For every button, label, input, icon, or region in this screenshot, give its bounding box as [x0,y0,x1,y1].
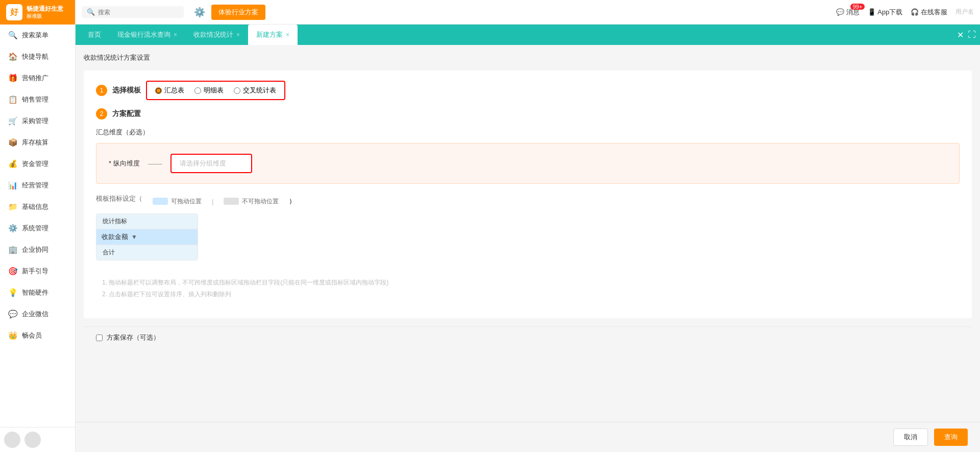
tab-bank-flow-close[interactable]: × [174,31,177,38]
legend-close-paren: ） [289,197,296,206]
indicator-section-label: 模板指标设定（ [96,194,142,203]
indicator-section: 模板指标设定（ 可拖动位置 | 不可拖动位置 ） [96,194,960,262]
sidebar-item-member[interactable]: 👑 畅会员 [0,325,75,346]
search-input[interactable] [98,9,169,16]
topbar: 🔍 ⚙️ 体验行业方案 💬 消息 99+ 📱 App下载 🎧 在线客服 用户名 [76,0,980,25]
legend-fixed-label: 不可拖动位置 [242,197,279,206]
tips-1: 1. 拖动标题栏可以调整布局，不可跨维度或指标区域拖动栏目字段(只能在同一维度或… [102,278,953,287]
sidebar-item-label: 快捷导航 [22,52,48,61]
sidebar-item-label: 采购管理 [22,116,48,126]
sidebar-item-label: 畅会员 [22,331,42,340]
sidebar-item-inventory[interactable]: 📦 库存核算 [0,132,75,153]
sidebar-item-smart-hw[interactable]: 💡 智能硬件 [0,282,75,303]
radio-detail[interactable]: 明细表 [194,86,224,95]
sidebar-item-label: 销售管理 [22,95,48,104]
radio-detail-input[interactable] [194,87,201,94]
system-icon: ⚙️ [8,224,18,233]
stats-sum-row: 合计 [96,245,198,260]
notice-icon: 💬 [836,8,844,16]
sidebar-item-operation[interactable]: 📊 经营管理 [0,175,75,196]
enterprise-icon: 🏢 [8,245,18,254]
sidebar-item-quick-nav[interactable]: 🏠 快捷导航 [0,46,75,67]
sidebar-item-wechat[interactable]: 💬 企业微信 [0,303,75,325]
logo-icon: 好 [6,4,22,20]
tab-bank-flow[interactable]: 现金银行流水查询 × [109,25,185,45]
sidebar-logo: 好 畅捷通好生意 标准版 [0,0,75,25]
sidebar-item-label: 经营管理 [22,181,48,190]
cancel-button[interactable]: 取消 [893,429,928,446]
sidebar-bottom [0,427,75,452]
newbie-icon: 🎯 [8,267,18,276]
template-radio-group: 汇总表 明细表 交叉统计表 [146,81,285,100]
stats-table: 统计指标 收款金额 ▼ 合计 [96,213,198,260]
tab-collection-stats-close[interactable]: × [236,31,240,38]
radio-cross[interactable]: 交叉统计表 [234,86,276,95]
tab-new-plan-label: 新建方案 [256,30,283,39]
avatar [4,432,20,448]
wechat-icon: 💬 [8,310,18,319]
legend-separator: | [212,198,213,205]
quick-nav-icon: 🏠 [8,52,18,61]
settings-icon[interactable]: ⚙️ [194,7,205,18]
sidebar-item-label: 资金管理 [22,159,48,169]
dimension-v-label: * 纵向维度 [109,159,140,168]
tab-expand-icon[interactable]: ⛶ [968,30,976,39]
online-service-label: 在线客服 [921,8,947,16]
tab-close-all-icon[interactable]: ✕ [957,30,964,40]
footer: 取消 查询 [76,422,980,452]
tab-new-plan-close[interactable]: × [286,31,289,38]
stats-header: 统计指标 [96,214,198,229]
sidebar-item-enterprise[interactable]: 🏢 企业协同 [0,239,75,260]
stats-indicator-row[interactable]: 收款金额 ▼ [96,229,198,245]
sidebar-item-search-menu[interactable]: 🔍 搜索菜单 [0,25,75,46]
online-service[interactable]: 🎧 在线客服 [911,8,947,17]
app-download[interactable]: 📱 App下载 [868,8,902,17]
sidebar-item-sales[interactable]: 📋 销售管理 [0,89,75,110]
sidebar-item-marketing[interactable]: 🎁 营销推广 [0,67,75,89]
radio-detail-label: 明细表 [204,86,224,95]
sidebar-item-purchase[interactable]: 🛒 采购管理 [0,110,75,132]
legend-movable-dot [153,198,168,205]
sidebar-item-label: 基础信息 [22,202,48,211]
sidebar-item-label: 系统管理 [22,224,48,233]
save-checkbox[interactable] [96,335,103,341]
legend-movable-label: 可拖动位置 [171,197,202,206]
tab-new-plan[interactable]: 新建方案 × [248,25,298,45]
step1-header: 1 选择模板 汇总表 明细表 交叉统计表 [96,81,960,100]
legend-fixed-dot [224,198,239,205]
notice-badge[interactable]: 💬 消息 99+ [836,8,860,17]
search-box[interactable]: 🔍 [82,6,184,18]
sidebar-item-label: 企业协同 [22,245,48,254]
query-button[interactable]: 查询 [934,429,968,446]
stats-indicator-dropdown-icon[interactable]: ▼ [131,233,137,241]
basic-info-icon: 📁 [8,202,18,211]
dimension-select-placeholder: 请选择分组维度 [180,159,226,167]
tab-home[interactable]: 首页 [80,25,109,45]
capital-icon: 💰 [8,159,18,169]
sidebar-item-basic-info[interactable]: 📁 基础信息 [0,196,75,218]
sidebar: 好 畅捷通好生意 标准版 🔍 搜索菜单 🏠 快捷导航 🎁 营销推广 📋 销售管理… [0,0,76,452]
sidebar-item-label: 企业微信 [22,310,48,319]
sidebar-item-label: 新手引导 [22,267,48,276]
radio-summary[interactable]: 汇总表 [155,86,184,95]
dimension-select[interactable]: 请选择分组维度 [170,154,252,173]
save-label[interactable]: 方案保存（可选） [107,333,160,342]
section-card-main: 1 选择模板 汇总表 明细表 交叉统计表 [84,70,972,318]
radio-summary-input[interactable] [155,87,162,94]
sidebar-item-capital[interactable]: 💰 资金管理 [0,153,75,175]
logo-text-container: 畅捷通好生意 标准版 [27,5,63,20]
sidebar-item-system[interactable]: ⚙️ 系统管理 [0,218,75,239]
trial-button[interactable]: 体验行业方案 [211,5,265,20]
tips-area: 1. 拖动标题栏可以调整布局，不可跨维度或指标区域拖动栏目字段(只能在同一维度或… [96,272,960,308]
stats-indicator-name: 收款金额 [102,232,128,242]
legend-movable: 可拖动位置 [153,197,202,206]
member-icon: 👑 [8,331,18,340]
tab-collection-stats[interactable]: 收款情况统计 × [185,25,248,45]
radio-cross-input[interactable] [234,87,240,94]
app-download-label: App下载 [877,8,902,16]
sidebar-item-label: 智能硬件 [22,288,48,297]
sidebar-item-newbie[interactable]: 🎯 新手引导 [0,260,75,282]
config-section: 汇总维度（必选） * 纵向维度 —— 请选择分组维度 [96,128,960,308]
sidebar-item-label: 营销推广 [22,74,48,83]
purchase-icon: 🛒 [8,116,18,126]
